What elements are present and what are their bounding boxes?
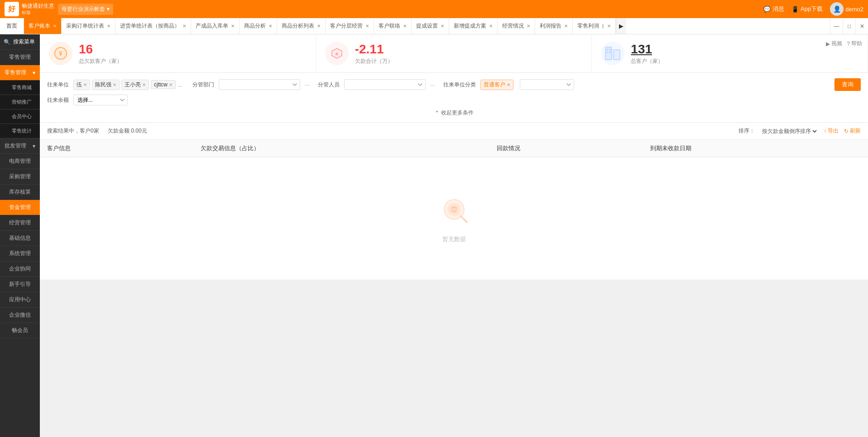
- filter-tag-3[interactable]: 王小亮 ✕: [121, 80, 149, 90]
- close-tag-2[interactable]: ✕: [113, 82, 116, 87]
- close-tab-product-inbound[interactable]: ✕: [231, 24, 235, 28]
- svg-text:¥: ¥: [59, 50, 62, 57]
- filter-category-tag[interactable]: 普通客户 ✕: [480, 80, 513, 90]
- sidebar-item-enterprise-wechat[interactable]: 企业微信: [0, 308, 40, 323]
- tab-minimize[interactable]: —: [830, 18, 843, 34]
- close-tab-customer-contact[interactable]: ✕: [403, 24, 407, 28]
- close-tab-customer-tier[interactable]: ✕: [365, 24, 369, 28]
- tab-product-analysis-list[interactable]: 商品分析列表 ✕: [277, 18, 326, 34]
- query-button[interactable]: 查询: [834, 78, 861, 91]
- refresh-btn[interactable]: ↻ 刷新: [844, 127, 861, 135]
- nav-tabs: 首页 客户账本 ✕ 采购订单统计表 ✕ 进货单统计表（按商品） ✕ 产成品入库单…: [0, 18, 868, 34]
- summary-actions: ▶ 视频 ? 帮助: [826, 40, 862, 48]
- filter-unit-tags: 伍 ✕ 陈民强 ✕ 王小亮 ✕ cjttcw ✕: [73, 80, 182, 90]
- remainder-filter-label: 往来余额: [47, 96, 69, 104]
- help-btn[interactable]: ? 帮助: [847, 40, 862, 48]
- tab-scroll-right[interactable]: ▶: [616, 18, 626, 34]
- sidebar-item-retail-stats[interactable]: 零售统计: [0, 124, 40, 138]
- tab-controls: — □ ✕: [830, 18, 868, 34]
- sidebar-item-inventory[interactable]: 库存核算: [0, 185, 40, 200]
- close-tag-3[interactable]: ✕: [142, 82, 146, 87]
- tab-operations[interactable]: 经营情况 ✕: [498, 18, 535, 34]
- sidebar-item-wholesale-mgmt[interactable]: 批发管理 ▾: [0, 138, 40, 154]
- close-tag-1[interactable]: ✕: [83, 82, 87, 87]
- sidebar-search[interactable]: 🔍 搜索菜单: [0, 34, 40, 50]
- filter-tag-4[interactable]: cjttcw ✕: [151, 80, 176, 89]
- tab-profit-report[interactable]: 利润报告 ✕: [535, 18, 573, 34]
- export-btn[interactable]: ↑ 导出: [824, 127, 839, 135]
- dept-more-btn[interactable]: ···: [305, 81, 310, 88]
- tab-close-all[interactable]: ✕: [855, 18, 868, 34]
- close-tab-new-promotion[interactable]: ✕: [489, 24, 493, 28]
- user-avatar[interactable]: 👤 demo2: [830, 2, 863, 16]
- unit-filter-label: 往来单位: [47, 81, 69, 89]
- sidebar-item-purchase[interactable]: 采购管理: [0, 169, 40, 185]
- message-btn[interactable]: 💬 消息: [763, 5, 784, 13]
- store-selector[interactable]: 母婴行业演示帐套 ▾: [58, 4, 113, 15]
- col-repayment: 回款情况: [489, 140, 643, 157]
- sidebar-item-member-center[interactable]: 会员中心: [0, 109, 40, 124]
- video-btn[interactable]: ▶ 视频: [826, 40, 842, 48]
- svg-rect-7: [606, 52, 608, 53]
- tab-maximize[interactable]: □: [843, 18, 855, 34]
- filter-area: 往来单位 伍 ✕ 陈民强 ✕ 王小亮 ✕: [40, 73, 868, 123]
- dept-select[interactable]: [219, 79, 300, 90]
- close-tab-retail-profit[interactable]: ✕: [607, 24, 611, 28]
- sidebar-item-quick-nav[interactable]: 零售管理: [0, 50, 40, 65]
- tab-home[interactable]: 首页: [0, 18, 24, 34]
- tab-customer-tier[interactable]: 客户分层经营 ✕: [326, 18, 374, 34]
- close-tag-4[interactable]: ✕: [169, 82, 173, 87]
- sidebar-item-app-center[interactable]: 应用中心: [0, 292, 40, 308]
- col-customer-info: 客户信息: [40, 140, 193, 157]
- tab-incoming-stats[interactable]: 进货单统计表（按商品） ✕: [115, 18, 191, 34]
- close-tab-purchase[interactable]: ✕: [107, 24, 110, 28]
- sidebar-item-basic-info[interactable]: 基础信息: [0, 231, 40, 246]
- tab-customer-contact[interactable]: 客户联络 ✕: [374, 18, 412, 34]
- collapse-filters-btn[interactable]: ⌃ 收起更多条件: [435, 109, 474, 117]
- close-tab-product-analysis[interactable]: ✕: [269, 24, 272, 28]
- tab-purchase-order-stats[interactable]: 采购订单统计表 ✕: [62, 18, 115, 34]
- tab-new-promotion[interactable]: 新增提成方案 ✕: [449, 18, 498, 34]
- person-select[interactable]: [344, 79, 426, 90]
- tab-promotion-settings[interactable]: 提成设置 ✕: [412, 18, 449, 34]
- sidebar-item-vip[interactable]: 畅会员: [0, 323, 40, 338]
- close-tab-profit-report[interactable]: ✕: [564, 24, 568, 28]
- table-area: 搜索结果中，客户0家 欠款金额 0.00元 排序： 按欠款金额倒序排序 ↑ 导出: [40, 123, 868, 280]
- close-tab-incoming[interactable]: ✕: [182, 24, 186, 28]
- app-icon: 📱: [791, 6, 799, 13]
- tab-product-analysis[interactable]: 商品分析 ✕: [240, 18, 277, 34]
- person-more-btn[interactable]: ···: [430, 81, 435, 88]
- sidebar-item-capital[interactable]: 资金管理: [0, 200, 40, 215]
- col-debt-info: 欠款交易信息（占比）: [193, 140, 489, 157]
- tab-customer-book[interactable]: 客户账本 ✕: [24, 18, 62, 34]
- sidebar-item-marketing[interactable]: 营销推广: [0, 95, 40, 109]
- close-tab-operations[interactable]: ✕: [527, 24, 530, 28]
- close-tab-product-analysis-list[interactable]: ✕: [317, 24, 321, 28]
- app-download-btn[interactable]: 📱 App下载: [791, 5, 823, 13]
- sidebar-item-system[interactable]: 系统管理: [0, 246, 40, 261]
- tab-retail-profit[interactable]: 零售利润（ ✕: [573, 18, 616, 34]
- svg-text:◈: ◈: [335, 51, 339, 56]
- sidebar-item-operation[interactable]: 经营管理: [0, 215, 40, 231]
- sidebar-item-retail-mall[interactable]: 零售商城: [0, 81, 40, 95]
- video-icon: ▶: [826, 41, 830, 47]
- logo-area: 好 畅捷通好生意 标版: [5, 2, 54, 16]
- filter-tag-2[interactable]: 陈民强 ✕: [92, 80, 120, 90]
- close-tab-customer-book[interactable]: ✕: [53, 24, 57, 28]
- tab-product-inbound[interactable]: 产成品入库单 ✕: [191, 18, 240, 34]
- sidebar-item-newbie-guide[interactable]: 新手引导: [0, 277, 40, 292]
- remainder-select[interactable]: 选择...: [73, 95, 128, 105]
- content-area: ¥ 16 总欠款客户（家） ◈: [40, 34, 868, 437]
- col-overdue-date: 到期未收款日期: [643, 140, 868, 157]
- sidebar: 🔍 搜索菜单 零售管理 零售管理 ▾ 零售商城 营销推广 会员中心 零售统计 批…: [0, 34, 40, 437]
- filter-tag-1[interactable]: 伍 ✕: [73, 80, 90, 90]
- sidebar-item-retail-mgmt[interactable]: 零售管理 ▾: [0, 65, 40, 81]
- sidebar-item-enterprise-collab[interactable]: 企业协同: [0, 261, 40, 277]
- filter-more-btn[interactable]: ...: [177, 81, 182, 88]
- category-select[interactable]: [520, 79, 574, 90]
- sidebar-item-ecommerce[interactable]: 电商管理: [0, 154, 40, 169]
- filter-category-tags: 普通客户 ✕: [480, 80, 513, 90]
- close-tab-promotion-settings[interactable]: ✕: [441, 24, 444, 28]
- sort-select[interactable]: 按欠款金额倒序排序: [760, 128, 818, 135]
- close-category-tag[interactable]: ✕: [507, 82, 510, 87]
